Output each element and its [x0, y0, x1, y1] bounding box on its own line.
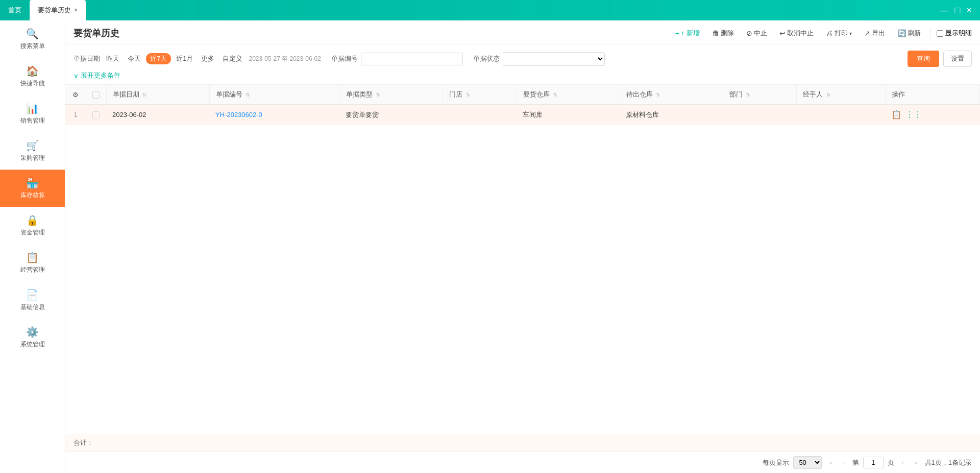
delete-label: 删除: [721, 29, 734, 38]
sort-bill-type-icon: ⇅: [376, 92, 380, 98]
minimize-icon[interactable]: —: [940, 5, 949, 16]
sidebar-item-sales-label: 销售管理: [20, 116, 45, 125]
sidebar-item-inventory-label: 库存核算: [20, 191, 45, 200]
th-handler[interactable]: 经手人 ⇅: [797, 85, 885, 105]
sidebar-item-search-menu[interactable]: 🔍 搜索菜单: [0, 20, 65, 58]
date-shortcuts: 昨天 今天 近7天 近1月 更多 自定义: [103, 53, 246, 64]
sidebar-item-purchase-label: 采购管理: [20, 154, 45, 162]
th-pending-warehouse[interactable]: 待出仓库 ⇅: [620, 85, 723, 105]
status-select[interactable]: [503, 52, 605, 66]
th-department-label: 部门: [729, 90, 743, 98]
sidebar-item-quick-nav[interactable]: 🏠 快捷导航: [0, 58, 65, 95]
sidebar-item-finance-mgmt[interactable]: 🔒 资金管理: [0, 207, 65, 244]
th-bill-date[interactable]: 单据日期 ⇅: [106, 85, 209, 105]
settings-button[interactable]: 设置: [943, 51, 972, 67]
bill-no-input[interactable]: [361, 53, 463, 65]
row-index: 1: [65, 105, 86, 125]
sort-store-icon: ⇅: [466, 92, 470, 98]
date-filter: 单据日期 昨天 今天 近7天 近1月 更多 自定义 2023-05-27 至 2…: [74, 53, 321, 64]
th-req-warehouse[interactable]: 要货仓库 ⇅: [517, 85, 620, 105]
table-container: ⚙ 单据日期 ⇅ 单据编号 ⇅ 单据类型: [65, 85, 980, 434]
sidebar-item-operation-mgmt[interactable]: 📋 经营管理: [0, 244, 65, 281]
select-all-checkbox[interactable]: [92, 91, 100, 99]
system-mgmt-icon: ⚙️: [26, 326, 39, 338]
table-footer: 合计：: [65, 434, 980, 452]
new-label: + 新增: [681, 29, 700, 38]
data-table: ⚙ 单据日期 ⇅ 单据编号 ⇅ 单据类型: [65, 85, 980, 125]
date-filter-label: 单据日期: [74, 54, 100, 63]
sidebar-item-purchase-mgmt[interactable]: 🛒 采购管理: [0, 132, 65, 170]
th-bill-no[interactable]: 单据编号 ⇅: [209, 85, 339, 105]
sidebar-item-finance-label: 资金管理: [20, 228, 45, 237]
bill-no-label: 单据编号: [331, 54, 358, 63]
maximize-icon[interactable]: □: [955, 5, 961, 16]
bill-no-link[interactable]: YH-20230602-0: [215, 111, 262, 119]
next-page-btn[interactable]: ›: [898, 457, 906, 468]
row-edit-icon[interactable]: 📋: [891, 110, 901, 120]
table-body: 1 2023-06-02 YH-20230602-0 要货单要货: [65, 105, 980, 125]
date-today[interactable]: 今天: [125, 53, 144, 64]
tab-home[interactable]: 首页: [0, 0, 30, 20]
th-settings[interactable]: ⚙: [65, 85, 86, 105]
date-1month[interactable]: 近1月: [173, 53, 196, 64]
th-action-label: 操作: [892, 90, 905, 98]
tab-close-icon[interactable]: ×: [74, 7, 78, 14]
delete-button[interactable]: 🗑 删除: [709, 27, 737, 40]
row-select-checkbox[interactable]: [92, 111, 100, 119]
print-button[interactable]: 🖨 打印 ▾: [823, 27, 855, 40]
stop-button[interactable]: ⊘ 中止: [743, 27, 770, 40]
footer-total-label: 合计：: [74, 438, 93, 447]
sidebar-item-quick-nav-label: 快捷导航: [20, 79, 45, 88]
date-7days[interactable]: 近7天: [146, 53, 171, 64]
row-more-icon[interactable]: ⋮⋮: [905, 110, 922, 120]
date-yesterday[interactable]: 昨天: [103, 53, 122, 64]
sidebar-item-basic-info[interactable]: 📄 基础信息: [0, 281, 65, 319]
date-more[interactable]: 更多: [198, 53, 217, 64]
row-checkbox[interactable]: [86, 105, 106, 125]
sidebar-item-inventory[interactable]: 🏪 库存核算: [0, 170, 65, 207]
th-bill-no-label: 单据编号: [216, 90, 242, 98]
table-header-row: ⚙ 单据日期 ⇅ 单据编号 ⇅ 单据类型: [65, 85, 980, 105]
sidebar: 🔍 搜索菜单 🏠 快捷导航 📊 销售管理 🛒 采购管理 🏪 库存核算 🔒 资金管…: [0, 20, 65, 473]
sidebar-item-system-mgmt[interactable]: ⚙️ 系统管理: [0, 319, 65, 356]
new-button[interactable]: + + 新增: [672, 27, 703, 40]
tab-requisition-history[interactable]: 要货单历史 ×: [30, 0, 86, 20]
prev-page-btn[interactable]: ‹: [840, 457, 848, 468]
row-department: [723, 105, 797, 125]
print-label: 打印: [835, 29, 848, 38]
top-bar-right: — □ ×: [940, 5, 980, 16]
row-pending-warehouse: 原材料仓库: [620, 105, 723, 125]
export-button[interactable]: ↗ 导出: [861, 27, 888, 40]
sidebar-item-sales-mgmt[interactable]: 📊 销售管理: [0, 95, 65, 132]
cancel-stop-icon: ↩: [779, 29, 786, 37]
cancel-stop-button[interactable]: ↩ 取消中止: [776, 27, 817, 40]
top-bar-tabs: 首页 要货单历史 ×: [0, 0, 86, 20]
show-detail-checkbox[interactable]: [937, 30, 943, 37]
close-window-icon[interactable]: ×: [966, 5, 972, 16]
th-department[interactable]: 部门 ⇅: [723, 85, 797, 105]
date-custom[interactable]: 自定义: [219, 53, 246, 64]
inventory-icon: 🏪: [26, 177, 39, 189]
row-bill-no[interactable]: YH-20230602-0: [209, 105, 339, 125]
delete-icon: 🗑: [712, 29, 719, 37]
show-detail-checkbox-label[interactable]: 显示明细: [937, 29, 972, 38]
status-label: 单据状态: [473, 54, 500, 63]
last-page-btn[interactable]: »: [911, 457, 920, 468]
content-area: 要货单历史 + + 新增 🗑 删除 ⊘ 中止 ↩ 取消中止: [65, 20, 980, 473]
per-page-select[interactable]: 50 10 20 100: [793, 456, 822, 469]
sidebar-item-basic-label: 基础信息: [20, 303, 45, 312]
expand-more-button[interactable]: ∨ 展开更多条件: [74, 71, 972, 80]
pagination-total-info: 共1页，1条记录: [925, 458, 972, 467]
th-bill-type[interactable]: 单据类型 ⇅: [339, 85, 443, 105]
row-bill-type: 要货单要货: [339, 105, 443, 125]
th-store[interactable]: 门店 ⇅: [443, 85, 517, 105]
filter-buttons: 查询 设置: [908, 51, 972, 67]
th-checkbox[interactable]: [86, 85, 106, 105]
page-number-input[interactable]: [863, 457, 884, 468]
first-page-btn[interactable]: «: [826, 457, 836, 468]
sidebar-item-search-menu-label: 搜索菜单: [20, 42, 45, 51]
query-button[interactable]: 查询: [908, 51, 939, 67]
refresh-label: 刷新: [908, 29, 921, 38]
refresh-button[interactable]: 🔄 刷新: [894, 27, 924, 40]
row-actions: 📋 ⋮⋮: [885, 105, 979, 125]
